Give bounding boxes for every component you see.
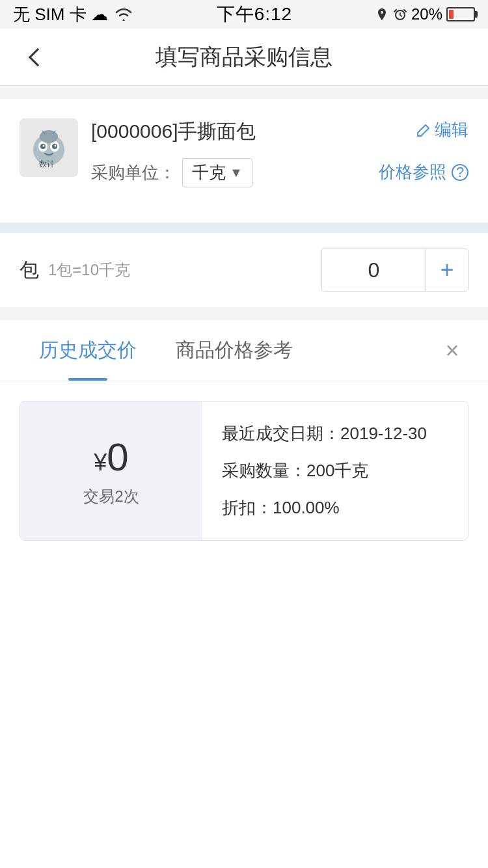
section-divider bbox=[0, 223, 488, 233]
status-left: 无 SIM 卡 ☁ bbox=[13, 3, 134, 26]
product-name: [0000006]手撕面包 bbox=[91, 118, 256, 145]
back-button[interactable] bbox=[20, 41, 52, 74]
product-left: 数计 [0000006]手撕面包 采购单位： 千克 ▼ bbox=[20, 118, 256, 187]
svg-point-7 bbox=[55, 145, 57, 147]
product-logo: 数计 bbox=[26, 125, 72, 170]
product-thumbnail: 数计 bbox=[20, 118, 78, 177]
purchase-unit-row: 采购单位： 千克 ▼ bbox=[91, 158, 256, 187]
quantity-row: 包 1包=10千克 + bbox=[0, 233, 488, 307]
tab-history-price[interactable]: 历史成交价 bbox=[20, 320, 156, 381]
purchase-qty-value: 200千克 bbox=[306, 461, 368, 480]
quantity-control: + bbox=[321, 249, 468, 292]
product-info: [0000006]手撕面包 采购单位： 千克 ▼ bbox=[91, 118, 256, 187]
price-ref-button[interactable]: 价格参照 ? bbox=[379, 161, 468, 183]
back-arrow-icon bbox=[29, 47, 47, 66]
purchase-qty-label: 采购数量： bbox=[222, 461, 306, 480]
tabs-section: 历史成交价 商品价格参考 × ¥0 交易2次 最近成交日期：2019-12-30… bbox=[0, 320, 488, 560]
price-display: ¥0 bbox=[94, 435, 128, 480]
svg-point-6 bbox=[43, 145, 45, 147]
battery-icon bbox=[446, 7, 475, 21]
edit-button[interactable]: 编辑 bbox=[416, 118, 468, 141]
tabs-header: 历史成交价 商品价格参考 × bbox=[0, 320, 488, 381]
price-amount: 0 bbox=[107, 435, 128, 479]
quantity-plus-button[interactable]: + bbox=[426, 249, 468, 291]
status-time: 下午6:12 bbox=[217, 2, 293, 27]
unit-selector[interactable]: 千克 ▼ bbox=[182, 158, 252, 187]
currency-symbol: ¥ bbox=[94, 449, 107, 476]
discount-value: 100.00% bbox=[273, 498, 340, 517]
tab-price-ref[interactable]: 商品价格参考 bbox=[156, 320, 312, 381]
tab-history-label: 历史成交价 bbox=[39, 339, 137, 360]
purchase-unit-label: 采购单位： bbox=[91, 161, 176, 184]
edit-icon bbox=[416, 123, 431, 137]
unit-value: 千克 bbox=[192, 161, 226, 184]
trade-count: 交易2次 bbox=[83, 486, 139, 507]
help-icon: ? bbox=[452, 164, 468, 181]
discount-label: 折扣： bbox=[222, 498, 273, 517]
status-right: 20% bbox=[375, 5, 475, 23]
page-title: 填写商品采购信息 bbox=[156, 42, 332, 72]
page-background bbox=[0, 560, 488, 868]
product-card: 数计 [0000006]手撕面包 采购单位： 千克 ▼ bbox=[0, 99, 488, 223]
location-icon bbox=[375, 7, 389, 21]
quantity-input[interactable] bbox=[322, 249, 426, 291]
unit-dropdown-icon: ▼ bbox=[230, 165, 243, 180]
alarm-icon bbox=[393, 7, 407, 21]
discount-row: 折扣：100.00% bbox=[222, 495, 448, 521]
product-actions: 编辑 价格参照 ? bbox=[379, 118, 468, 183]
tabs-close-button[interactable]: × bbox=[436, 334, 468, 367]
unit-equiv: 1包=10千克 bbox=[48, 260, 130, 280]
last-trade-date: 2019-12-30 bbox=[340, 424, 427, 443]
price-right-panel: 最近成交日期：2019-12-30 采购数量：200千克 折扣：100.00% bbox=[202, 401, 468, 540]
sim-status: 无 SIM 卡 ☁ bbox=[13, 3, 108, 26]
quantity-label: 包 1包=10千克 bbox=[20, 257, 130, 284]
nav-bar: 填写商品采购信息 bbox=[0, 29, 488, 86]
status-bar: 无 SIM 卡 ☁ 下午6:12 20% bbox=[0, 0, 488, 29]
product-header: 数计 [0000006]手撕面包 采购单位： 千克 ▼ bbox=[20, 118, 468, 187]
price-left-panel: ¥0 交易2次 bbox=[20, 401, 202, 540]
svg-text:数计: 数计 bbox=[39, 159, 55, 169]
tab-price-ref-label: 商品价格参考 bbox=[176, 339, 293, 360]
battery-percent: 20% bbox=[411, 5, 442, 23]
last-trade-row: 最近成交日期：2019-12-30 bbox=[222, 421, 448, 446]
edit-label: 编辑 bbox=[435, 118, 468, 141]
price-card: ¥0 交易2次 最近成交日期：2019-12-30 采购数量：200千克 折扣：… bbox=[20, 401, 468, 541]
wifi-icon bbox=[113, 7, 134, 21]
svg-point-8 bbox=[40, 130, 58, 143]
price-content: ¥0 交易2次 最近成交日期：2019-12-30 采购数量：200千克 折扣：… bbox=[0, 381, 488, 560]
price-ref-label: 价格参照 bbox=[379, 161, 446, 183]
last-trade-label: 最近成交日期： bbox=[222, 424, 340, 443]
purchase-qty-row: 采购数量：200千克 bbox=[222, 458, 448, 483]
unit-badge: 包 bbox=[20, 257, 39, 284]
